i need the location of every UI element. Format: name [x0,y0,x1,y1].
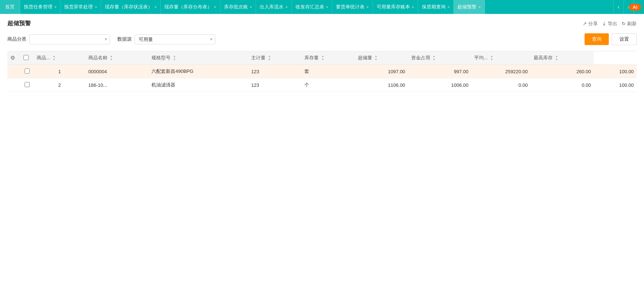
th-avg[interactable]: 平均... ▲▼ [471,51,531,65]
td-capital-usage-1: 259220.00 [471,65,531,78]
nav-tab-shelf-life[interactable]: 保质期查询× [418,0,454,14]
page-title: 超储预警 [7,20,31,27]
td-stock-2: 1106.00 [355,78,408,92]
share-button[interactable]: ↗ 分享 [583,21,598,27]
th-gear: ⚙ [7,51,21,65]
ai-badge[interactable]: Ai [629,4,641,11]
td-avg-2: 0.00 [531,78,594,92]
th-avg-label: 平均... [474,55,488,60]
td-product-code-1: 0000004 [85,65,149,78]
close-tab-pick-exception[interactable]: × [95,5,97,9]
export-icon: ⤓ [602,21,606,26]
datasource-select-wrapper: 可用量 总量 [135,34,215,44]
table-row: 10000004六配套新昌490BPG123套1097.00997.002592… [7,65,637,78]
sort-icon-product-code: ▲▼ [52,55,55,62]
sort-icon-capital-usage: ▲▼ [432,55,435,62]
th-product-code-label: 商品... [37,55,50,60]
sort-icon-overstock: ▲▼ [374,55,377,62]
td-gear-1 [7,65,21,78]
close-tab-receive-summary[interactable]: × [326,5,328,9]
nav-tab-stock-status[interactable]: 现存量（库存状况表）× [101,0,161,14]
query-button[interactable]: 查询 [585,33,609,45]
th-unit-label: 主计量 [251,55,266,60]
td-max-stock-2: 100.00 [594,78,637,92]
gear-icon[interactable]: ⚙ [10,55,15,61]
table-header-row: ⚙ 商品... ▲▼ 商品名称 ▲▼ 规格型号 ▲▼ 主计 [7,51,637,65]
th-capital-usage-label: 资金占用 [411,55,430,60]
td-checkbox-1 [21,65,34,78]
th-spec-label: 规格型号 [151,55,171,60]
td-overstock-1: 997.00 [408,65,471,78]
close-tab-shelf-life[interactable]: × [447,5,450,9]
td-index-1: 1 [34,65,85,78]
th-max-stock-label: 最高库存 [534,55,553,60]
nav-tab-home[interactable]: 首页 [0,0,20,14]
datasource-select[interactable]: 可用量 总量 [135,34,215,44]
nav-tab-batch-account[interactable]: 库存批次账× [220,0,256,14]
nav-tab-available-stock[interactable]: 可用量库存账本× [373,0,418,14]
td-product-name-1: 六配套新昌490BPG [149,65,248,78]
settings-button[interactable]: 设置 [612,33,637,45]
close-tab-overstock-alert[interactable]: × [478,5,480,9]
sort-icon-unit: ▲▼ [268,55,271,62]
th-product-name[interactable]: 商品名称 ▲▼ [85,51,149,65]
close-tab-pick-task[interactable]: × [54,5,56,9]
td-spec-1: 123 [248,65,301,78]
th-unit[interactable]: 主计量 ▲▼ [248,51,301,65]
sort-icon-product-name: ▲▼ [110,55,113,62]
nav-tab-receive-summary[interactable]: 收发存汇总表× [292,0,332,14]
close-tab-batch-account[interactable]: × [250,5,252,9]
refresh-icon: ↻ [622,21,626,26]
refresh-button[interactable]: ↻ 刷新 [622,21,637,27]
page-content: 超储预警 ↗ 分享 ⤓ 导出 ↻ 刷新 商品分类 [0,14,644,293]
td-spec-2: 123 [248,78,301,92]
header-actions: ↗ 分享 ⤓ 导出 ↻ 刷新 [583,21,637,27]
td-overstock-2: 1006.00 [408,78,471,92]
close-tab-inout-flow[interactable]: × [285,5,288,9]
nav-tab-inout-flow[interactable]: 出入库流水× [256,0,292,14]
export-label: 导出 [608,21,617,27]
select-all-checkbox[interactable] [23,55,29,60]
datasource-label: 数据源 [117,36,132,42]
td-avg-1: 260.00 [531,65,594,78]
row-checkbox-1[interactable] [25,68,30,74]
export-button[interactable]: ⤓ 导出 [602,21,617,27]
nav-tab-order-stats[interactable]: 要货单统计表× [332,0,373,14]
data-table: ⚙ 商品... ▲▼ 商品名称 ▲▼ 规格型号 ▲▼ 主计 [7,51,637,92]
sort-icon-max-stock: ▲▼ [555,55,558,62]
category-select[interactable] [29,34,110,44]
filter-row: 商品分类 数据源 可用量 总量 查询 设置 [7,33,637,45]
nav-tab-stock-dist[interactable]: 现存量（库存分布表）× [161,0,220,14]
th-overstock-label: 超储量 [358,55,372,60]
close-tab-stock-status[interactable]: × [154,5,157,9]
td-product-name-2: 机油滤清器 [149,78,248,92]
category-label: 商品分类 [7,36,26,42]
row-checkbox-2[interactable] [25,82,30,87]
nav-tab-pick-task[interactable]: 拣货任务管理× [20,0,61,14]
close-tab-stock-dist[interactable]: × [214,5,216,9]
th-stock-label: 库存量 [304,55,319,60]
sort-icon-spec: ▲▼ [173,55,176,62]
th-product-code[interactable]: 商品... ▲▼ [34,51,85,65]
nav-arrow-left[interactable]: ‹ [613,0,623,14]
page-header: 超储预警 ↗ 分享 ⤓ 导出 ↻ 刷新 [7,20,637,27]
th-product-name-label: 商品名称 [88,55,107,60]
refresh-label: 刷新 [627,21,637,27]
th-capital-usage[interactable]: 资金占用 ▲▼ [408,51,471,65]
th-overstock[interactable]: 超储量 ▲▼ [355,51,408,65]
td-product-code-2: 186-10... [85,78,149,92]
filter-group-category: 商品分类 [7,34,110,44]
nav-tab-overstock-alert[interactable]: 超储预警× [454,0,484,14]
close-tab-available-stock[interactable]: × [412,5,414,9]
td-capital-usage-2: 0.00 [471,78,531,92]
th-max-stock[interactable]: 最高库存 ▲▼ [531,51,594,65]
td-max-stock-1: 100.00 [594,65,637,78]
top-right-bar: Ai [629,0,644,14]
nav-tab-pick-exception[interactable]: 拣货异常处理× [61,0,101,14]
th-spec[interactable]: 规格型号 ▲▼ [149,51,248,65]
sort-icon-stock: ▲▼ [321,55,324,62]
close-tab-order-stats[interactable]: × [366,5,369,9]
th-stock[interactable]: 库存量 ▲▼ [301,51,355,65]
td-index-2: 2 [34,78,85,92]
td-stock-1: 1097.00 [355,65,408,78]
